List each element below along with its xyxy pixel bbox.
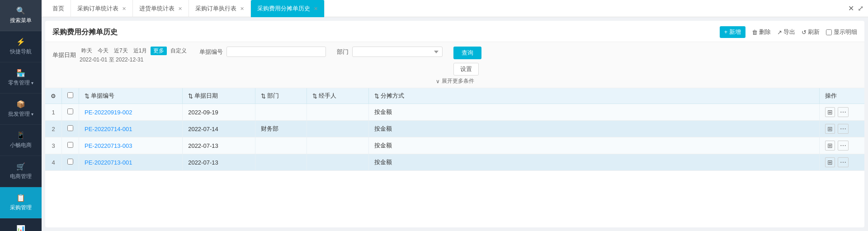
more-action-icon[interactable]: ⋯: [838, 107, 849, 117]
sidebar-item-purchase[interactable]: 📋 采购管理: [0, 187, 42, 218]
table-row: 3 PE-20220713-003 2022-07-13 按金额 ⊞ ⋯: [45, 137, 864, 154]
view-action-icon[interactable]: ⊞: [825, 107, 835, 117]
close-window-icon[interactable]: ✕: [848, 4, 854, 13]
th-action: 操作: [819, 88, 864, 104]
date-opt-yesterday[interactable]: 昨天: [80, 47, 94, 55]
doc-link[interactable]: PE-20220713-001: [85, 159, 132, 166]
date-range-text: 2022-01-01 至 2022-12-31: [80, 56, 189, 64]
mobile-icon: 📱: [4, 131, 38, 140]
sidebar-item-mobile[interactable]: 📱 小畅电商: [0, 125, 42, 156]
tab-label: 首页: [52, 0, 64, 17]
row-actions: ⊞ ⋯: [819, 154, 864, 171]
tab-purchase-order-exec[interactable]: 采购订单执行表✕: [189, 0, 251, 17]
tab-home[interactable]: 首页: [46, 0, 71, 17]
refresh-button[interactable]: ↺ 刷新: [802, 28, 820, 36]
date-filter-label: 单据日期: [52, 51, 76, 59]
row-split-method: 按金额: [368, 154, 819, 171]
doc-link[interactable]: PE-20220714-001: [85, 126, 132, 132]
row-checkbox-cell: [62, 154, 79, 171]
row-num: 1: [45, 104, 62, 121]
search-icon: 🔍: [4, 6, 38, 15]
tab-close-icon[interactable]: ✕: [240, 0, 244, 17]
toolbar: + 新增 🗑 删除 ↗ 导出 ↺ 刷新 显示明细: [720, 26, 857, 38]
doc-link[interactable]: PE-20220713-003: [85, 142, 132, 149]
row-checkbox[interactable]: [67, 125, 73, 131]
filter-buttons: 查询 设置: [453, 47, 481, 75]
date-filter-group: 单据日期 昨天 今天 近7天 近1月 更多 自定义 2022-01-01 至 2…: [52, 47, 189, 64]
sidebar-item-retail[interactable]: 🏪 零售管理 ▾: [0, 62, 42, 94]
tab-label: 采购费用分摊单历史: [257, 0, 310, 17]
row-handler: [307, 154, 368, 171]
search-button[interactable]: 查询: [453, 47, 481, 59]
tab-close-icon[interactable]: ✕: [122, 0, 126, 17]
row-doc-no: PE-20220919-002: [79, 104, 183, 121]
sidebar-item-inventory[interactable]: 📊 库存核算: [0, 218, 42, 231]
table-row: 2 PE-20220714-001 2022-07-14 财务部 按金额 ⊞ ⋯: [45, 121, 864, 137]
dept-select[interactable]: 财务部: [352, 47, 443, 57]
expand-more-btn[interactable]: ∨ 展开更多条件: [52, 75, 857, 85]
tab-close-icon[interactable]: ✕: [178, 0, 182, 17]
view-action-icon[interactable]: ⊞: [825, 157, 835, 167]
refresh-icon: ↺: [802, 29, 807, 36]
date-opt-more[interactable]: 更多: [151, 47, 167, 55]
th-doc-date[interactable]: ⇅ 单据日期: [183, 88, 255, 104]
date-opt-custom[interactable]: 自定义: [169, 47, 189, 55]
row-checkbox[interactable]: [67, 159, 73, 165]
more-action-icon[interactable]: ⋯: [838, 141, 849, 151]
select-all-checkbox[interactable]: [67, 92, 73, 98]
sidebar-item-search[interactable]: 🔍 搜索菜单: [0, 0, 42, 31]
page-header: 采购费用分摊单历史 + 新增 🗑 删除 ↗ 导出 ↺ 刷新 显示明细: [45, 21, 864, 42]
row-num: 3: [45, 137, 62, 154]
date-opt-7days[interactable]: 近7天: [112, 47, 130, 55]
export-button[interactable]: ↗ 导出: [777, 28, 795, 36]
more-action-icon[interactable]: ⋯: [838, 124, 849, 134]
sidebar-item-wholesale[interactable]: 📦 批发管理 ▾: [0, 94, 42, 125]
tab-purchase-order-stat[interactable]: 采购订单统计表✕: [71, 0, 133, 17]
row-dept: [255, 104, 307, 121]
tab-purchase-receive-stat[interactable]: 进货单统计表✕: [133, 0, 189, 17]
export-icon: ↗: [777, 29, 782, 36]
sort-icon: ⇅: [188, 93, 193, 99]
row-checkbox[interactable]: [67, 142, 73, 148]
sidebar-item-quick[interactable]: ⚡ 快捷导航: [0, 31, 42, 62]
show-detail-checkbox[interactable]: 显示明细: [826, 28, 857, 36]
docno-filter-group: 单据编号: [199, 47, 326, 57]
row-handler: [307, 104, 368, 121]
row-num: 2: [45, 121, 62, 137]
row-dept: 财务部: [255, 121, 307, 137]
th-handler[interactable]: ⇅ 经手人: [307, 88, 368, 104]
row-doc-date: 2022-07-13: [183, 154, 255, 171]
tab-close-icon[interactable]: ✕: [314, 0, 318, 17]
th-dept[interactable]: ⇅ 部门: [255, 88, 307, 104]
maximize-icon[interactable]: ⤢: [858, 4, 863, 13]
view-action-icon[interactable]: ⊞: [825, 124, 835, 134]
content-panel: 采购费用分摊单历史 + 新增 🗑 删除 ↗ 导出 ↺ 刷新 显示明细: [45, 21, 864, 227]
row-checkbox[interactable]: [67, 108, 73, 114]
docno-input[interactable]: [226, 47, 326, 57]
ecom-icon: 🛒: [4, 162, 38, 171]
doc-link[interactable]: PE-20220919-002: [85, 109, 132, 116]
date-opt-today[interactable]: 今天: [96, 47, 110, 55]
row-doc-date: 2022-07-14: [183, 121, 255, 137]
view-action-icon[interactable]: ⊞: [825, 141, 835, 151]
dept-filter-label: 部门: [337, 48, 349, 56]
sidebar-item-label: 搜索菜单: [4, 17, 38, 24]
sidebar-item-label: 快捷导航: [4, 48, 38, 56]
dept-filter-group: 部门 财务部: [337, 47, 443, 57]
row-dept: [255, 137, 307, 154]
delete-button[interactable]: 🗑 删除: [752, 28, 771, 36]
quick-icon: ⚡: [4, 38, 38, 46]
more-action-icon[interactable]: ⋯: [838, 157, 849, 167]
th-gear[interactable]: ⚙: [45, 88, 62, 104]
date-opt-1month[interactable]: 近1月: [132, 47, 149, 55]
sidebar-item-label: 小畅电商: [4, 141, 38, 149]
row-doc-date: 2022-07-13: [183, 137, 255, 154]
th-doc-no[interactable]: ⇅ 单据编号: [79, 88, 183, 104]
th-split-method[interactable]: ⇅ 分摊方式: [368, 88, 819, 104]
gear-icon[interactable]: ⚙: [51, 93, 56, 99]
setting-button[interactable]: 设置: [453, 63, 479, 75]
add-button[interactable]: + 新增: [720, 26, 745, 38]
row-handler: [307, 137, 368, 154]
sidebar-item-ecom[interactable]: 🛒 电商管理: [0, 156, 42, 187]
tab-purchase-cost-split[interactable]: 采购费用分摊单历史✕: [251, 0, 325, 17]
